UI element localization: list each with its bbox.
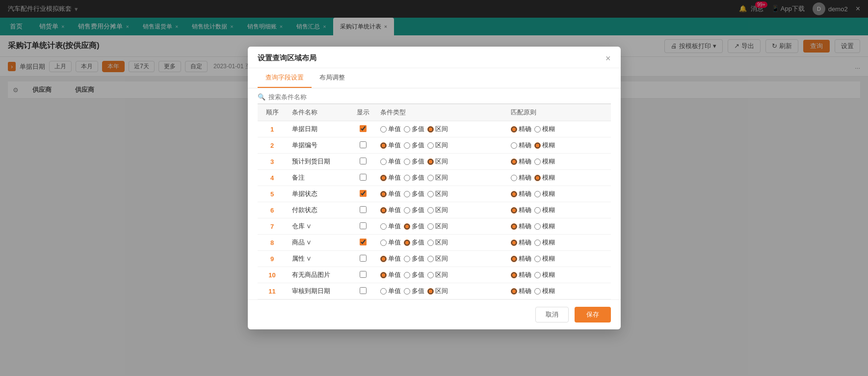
condition-radio-item[interactable]: 单值 (380, 206, 401, 215)
show-checkbox[interactable] (360, 158, 367, 164)
condition-radio-item[interactable]: 多值 (404, 157, 424, 166)
condition-radio[interactable] (404, 175, 410, 181)
match-radio-item[interactable]: 模糊 (534, 238, 555, 247)
match-radio-item[interactable]: 模糊 (534, 189, 555, 198)
condition-radio[interactable] (404, 207, 410, 214)
condition-radio-item[interactable]: 单值 (380, 222, 401, 231)
match-radio-item[interactable]: 精确 (511, 141, 531, 150)
condition-radio-item[interactable]: 多值 (404, 173, 424, 182)
match-radio-item[interactable]: 精确 (511, 157, 531, 166)
match-radio-item[interactable]: 模糊 (534, 270, 555, 273)
condition-radio[interactable] (404, 240, 410, 246)
condition-radio-item[interactable]: 多值 (404, 141, 424, 150)
condition-radio[interactable] (404, 256, 410, 262)
show-checkbox[interactable] (360, 190, 367, 197)
match-radio-item[interactable]: 模糊 (534, 125, 555, 134)
condition-radio[interactable] (380, 272, 387, 273)
condition-radio-item[interactable]: 区间 (427, 238, 448, 247)
match-radio[interactable] (534, 159, 541, 165)
condition-radio-item[interactable]: 区间 (427, 254, 448, 263)
condition-radio-item[interactable]: 单值 (380, 189, 401, 198)
condition-radio[interactable] (380, 223, 387, 230)
condition-radio-item[interactable]: 单值 (380, 125, 401, 134)
dialog-close-btn[interactable]: × (605, 54, 611, 63)
match-radio[interactable] (534, 142, 541, 149)
match-radio-item[interactable]: 精确 (511, 125, 531, 134)
condition-radio-item[interactable]: 单值 (380, 270, 401, 273)
match-radio[interactable] (511, 256, 517, 262)
condition-radio[interactable] (427, 223, 434, 230)
match-radio[interactable] (534, 256, 541, 262)
condition-radio[interactable] (427, 159, 434, 165)
match-radio[interactable] (511, 272, 517, 273)
condition-radio[interactable] (380, 142, 387, 149)
match-radio-item[interactable]: 精确 (511, 206, 531, 215)
condition-radio-item[interactable]: 区间 (427, 157, 448, 166)
search-input[interactable] (268, 93, 611, 101)
dialog-tab-field-settings[interactable]: 查询字段设置 (258, 68, 312, 88)
condition-radio[interactable] (427, 272, 434, 273)
match-radio[interactable] (511, 240, 517, 246)
match-radio[interactable] (511, 207, 517, 214)
match-radio[interactable] (534, 175, 541, 181)
condition-radio[interactable] (404, 272, 410, 273)
condition-radio-item[interactable]: 多值 (404, 254, 424, 263)
match-radio-item[interactable]: 模糊 (534, 222, 555, 231)
condition-radio[interactable] (404, 159, 410, 165)
condition-radio-item[interactable]: 多值 (404, 189, 424, 198)
condition-radio[interactable] (380, 159, 387, 165)
condition-radio[interactable] (427, 191, 434, 197)
condition-radio-item[interactable]: 区间 (427, 125, 448, 134)
condition-radio[interactable] (380, 191, 387, 197)
condition-radio-item[interactable]: 多值 (404, 270, 424, 273)
condition-radio-item[interactable]: 单值 (380, 157, 401, 166)
match-radio-item[interactable]: 精确 (511, 270, 531, 273)
condition-radio-item[interactable]: 区间 (427, 270, 448, 273)
condition-radio-item[interactable]: 区间 (427, 141, 448, 150)
match-radio-item[interactable]: 模糊 (534, 141, 555, 150)
show-checkbox[interactable] (360, 239, 367, 245)
condition-radio[interactable] (380, 126, 387, 133)
condition-radio-item[interactable]: 区间 (427, 173, 448, 182)
show-checkbox[interactable] (360, 125, 367, 132)
condition-radio-item[interactable]: 区间 (427, 206, 448, 215)
match-radio-item[interactable]: 精确 (511, 222, 531, 231)
condition-radio-item[interactable]: 单值 (380, 173, 401, 182)
match-radio[interactable] (534, 126, 541, 133)
show-checkbox[interactable] (360, 255, 367, 262)
condition-radio-item[interactable]: 区间 (427, 189, 448, 198)
condition-radio[interactable] (380, 207, 387, 214)
match-radio-item[interactable]: 精确 (511, 173, 531, 182)
show-checkbox[interactable] (360, 174, 367, 181)
dialog-tab-layout-adjust[interactable]: 布局调整 (312, 68, 353, 88)
condition-radio[interactable] (380, 256, 387, 262)
match-radio-item[interactable]: 精确 (511, 238, 531, 247)
match-radio[interactable] (511, 159, 517, 165)
match-radio-item[interactable]: 精确 (511, 254, 531, 263)
condition-radio-item[interactable]: 多值 (404, 222, 424, 231)
condition-radio[interactable] (427, 240, 434, 246)
match-radio-item[interactable]: 模糊 (534, 173, 555, 182)
match-radio[interactable] (511, 175, 517, 181)
condition-radio[interactable] (427, 142, 434, 149)
match-radio[interactable] (511, 142, 517, 149)
show-checkbox[interactable] (360, 141, 367, 148)
match-radio-item[interactable]: 模糊 (534, 254, 555, 263)
condition-radio[interactable] (404, 142, 410, 149)
match-radio-item[interactable]: 模糊 (534, 206, 555, 215)
condition-radio[interactable] (427, 126, 434, 133)
match-radio[interactable] (534, 223, 541, 230)
condition-radio[interactable] (380, 175, 387, 181)
match-radio[interactable] (534, 207, 541, 214)
condition-radio-item[interactable]: 单值 (380, 238, 401, 247)
match-radio[interactable] (511, 223, 517, 230)
match-radio[interactable] (534, 240, 541, 246)
show-checkbox[interactable] (360, 222, 367, 229)
match-radio[interactable] (511, 191, 517, 197)
condition-radio[interactable] (427, 207, 434, 214)
condition-radio[interactable] (404, 191, 410, 197)
condition-radio-item[interactable]: 区间 (427, 222, 448, 231)
condition-radio-item[interactable]: 多值 (404, 238, 424, 247)
match-radio[interactable] (534, 272, 541, 273)
show-checkbox[interactable] (360, 271, 367, 273)
